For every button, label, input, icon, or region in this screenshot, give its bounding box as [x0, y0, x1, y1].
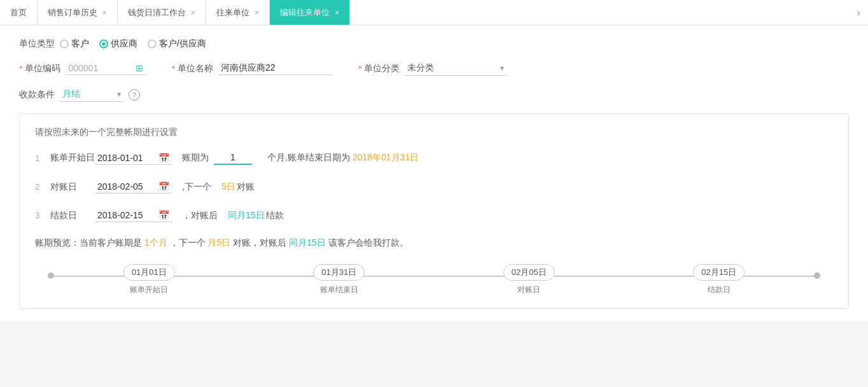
unit-category-select[interactable]: 未分类 ▾ [405, 61, 507, 76]
radio-supplier[interactable]: 供应商 [99, 38, 137, 50]
reconcile-prefix: ,下一个 [182, 181, 211, 193]
timeline-label-2: 01月31日 [313, 264, 365, 281]
category-dropdown-icon: ▾ [500, 64, 504, 73]
payment-date-input[interactable] [97, 210, 155, 220]
unit-category-label: 单位分类 [364, 63, 400, 74]
unit-code-label: 单位编码 [25, 63, 60, 74]
timeline-label-4: 02月15日 [693, 264, 745, 281]
period-prefix: 账期为 [182, 152, 209, 164]
payment-group: 收款条件 月结 ▾ ? [19, 87, 140, 102]
radio-label-customer: 客户 [71, 38, 89, 50]
tab-sales-history[interactable]: 销售订单历史 × [38, 0, 118, 25]
payment-date-input-wrap: 📅 [95, 209, 172, 222]
start-date-calendar-icon[interactable]: 📅 [158, 153, 169, 163]
row-num-2: 2 [35, 182, 50, 192]
main-content: 单位类型 客户 供应商 客户/供应商 * 单位编码 [0, 25, 868, 321]
timeline: 01月01日 账单开始日 01月31日 账单结束日 02月05日 对账日 [41, 264, 827, 295]
reconcile-date-label: 对账日 [50, 181, 95, 193]
preview-text: 账期预览：当前客户账期是 1个月 ，下一个 月5日 对账，对账后 同月15日 该… [35, 237, 833, 249]
tab-more-button[interactable]: › [850, 7, 868, 18]
close-sales-history[interactable]: × [102, 8, 107, 17]
preview-5th: 月5日 [207, 237, 230, 248]
timeline-desc-1: 账单开始日 [130, 285, 168, 295]
required-star-cat: * [358, 64, 361, 74]
reconcile-suffix: 对账 [237, 181, 255, 193]
radio-circle-both [148, 39, 157, 48]
close-partner-unit[interactable]: × [255, 8, 259, 17]
preview-15th: 同月15日 [289, 237, 326, 248]
radio-customer[interactable]: 客户 [60, 38, 89, 50]
reconcile-date-input-wrap: 📅 [95, 180, 172, 194]
copy-icon[interactable]: ⊞ [136, 63, 143, 73]
tab-edit-partner[interactable]: 编辑往来单位 × [270, 0, 350, 25]
tab-partner-unit[interactable]: 往来单位 × [206, 0, 270, 25]
timeline-label-1: 01月01日 [123, 264, 175, 281]
timeline-node-1: 01月01日 账单开始日 [123, 264, 175, 295]
start-date-input[interactable] [97, 153, 155, 163]
reconcile-calendar-icon[interactable]: 📅 [158, 181, 169, 192]
preview-month: 1个月 [144, 237, 167, 248]
radio-label-both: 客户/供应商 [159, 38, 206, 50]
start-date-input-wrap: 📅 [95, 151, 172, 165]
panel-hint: 请按照未来的一个完整帐期进行设置 [35, 127, 833, 138]
preview-sep2: 对账，对账后 [233, 237, 286, 248]
unit-code-input[interactable] [68, 63, 132, 73]
unit-name-input[interactable] [218, 62, 333, 75]
required-star-code: * [19, 64, 22, 74]
right-dot [814, 272, 820, 279]
tab-cash-work[interactable]: 钱货日清工作台 × [118, 0, 206, 25]
end-date-highlight: 2018年01月31日 [353, 152, 419, 164]
row-num-3: 3 [35, 211, 50, 220]
unit-type-label: 单位类型 [19, 38, 55, 50]
unit-code-group: * 单位编码 ⊞ [19, 62, 146, 75]
unit-category-value: 未分类 [407, 62, 500, 74]
radio-circle-customer [60, 39, 69, 48]
radio-both[interactable]: 客户/供应商 [148, 38, 206, 50]
timeline-container: 01月01日 账单开始日 01月31日 账单结束日 02月05日 对账日 [41, 264, 827, 295]
payment-date-label: 结款日 [50, 210, 95, 222]
payment-label: 收款条件 [19, 89, 55, 101]
help-icon[interactable]: ? [129, 89, 140, 101]
reconcile-date-input[interactable] [97, 181, 155, 192]
unit-code-input-wrap: ⊞ [66, 62, 146, 75]
radio-label-supplier: 供应商 [111, 38, 137, 50]
unit-type-row: 单位类型 客户 供应商 客户/供应商 [19, 38, 849, 50]
payment-value: 月结 [62, 88, 117, 100]
close-edit-partner[interactable]: × [335, 8, 339, 17]
period-input[interactable] [214, 151, 252, 165]
close-cash-work[interactable]: × [191, 8, 195, 17]
required-star-name: * [171, 64, 174, 74]
start-date-label: 账单开始日 [50, 152, 95, 164]
start-date-row: 1 账单开始日 📅 账期为 个月,账单结束日期为 2018年01月31日 [35, 151, 833, 165]
left-dot [48, 272, 54, 279]
timeline-desc-2: 账单结束日 [320, 285, 358, 295]
payment-dropdown-icon: ▾ [117, 90, 121, 99]
preview-label: 账期预览：当前客户账期是 [35, 237, 142, 248]
payment-calendar-icon[interactable]: 📅 [158, 210, 169, 220]
preview-end: 该客户会给我打款。 [328, 237, 409, 248]
tab-home[interactable]: 首页 [0, 0, 38, 25]
payment-select[interactable]: 月结 ▾ [60, 87, 123, 102]
payment-day-highlight: 同月15日 [228, 210, 265, 222]
timeline-desc-3: 对账日 [517, 285, 540, 295]
timeline-label-3: 02月05日 [503, 264, 555, 281]
settings-panel: 请按照未来的一个完整帐期进行设置 1 账单开始日 📅 账期为 个月,账单结束日期… [19, 113, 849, 309]
unit-type-radio-group: 客户 供应商 客户/供应商 [60, 38, 206, 50]
timeline-right-dot [814, 264, 820, 279]
tab-bar: 首页 销售订单历史 × 钱货日清工作台 × 往来单位 × 编辑往来单位 × › [0, 0, 868, 25]
unit-info-row: * 单位编码 ⊞ * 单位名称 * 单位分类 未分类 ▾ [19, 61, 849, 76]
timeline-left-dot [48, 264, 54, 279]
timeline-desc-4: 结款日 [708, 285, 731, 295]
reconcile-day-highlight: 5日 [221, 181, 235, 193]
preview-sep1: ，下一个 [170, 237, 206, 248]
timeline-node-2: 01月31日 账单结束日 [313, 264, 365, 295]
payment-date-prefix: ，对账后 [182, 210, 218, 222]
timeline-node-3: 02月05日 对账日 [503, 264, 555, 295]
payment-date-suffix: 结款 [266, 210, 284, 222]
unit-category-group: * 单位分类 未分类 ▾ [358, 61, 507, 76]
unit-name-label: 单位名称 [178, 63, 213, 74]
timeline-node-4: 02月15日 结款日 [693, 264, 745, 295]
row-num-1: 1 [35, 153, 50, 163]
unit-name-group: * 单位名称 [171, 62, 332, 75]
radio-circle-supplier [99, 39, 108, 48]
